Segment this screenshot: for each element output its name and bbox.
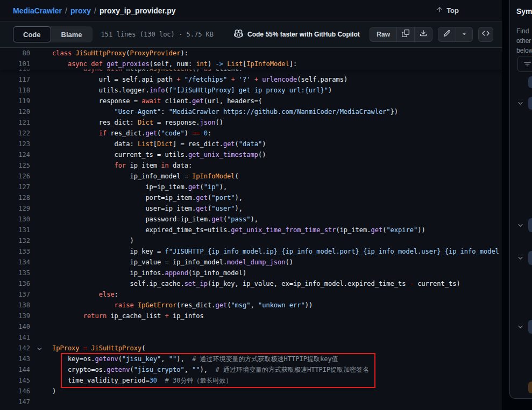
download-button[interactable] bbox=[414, 27, 432, 41]
symbol-pill[interactable] bbox=[528, 320, 532, 334]
code-token bbox=[200, 130, 204, 137]
line-number[interactable]: 133 bbox=[0, 246, 30, 257]
code-token: (url, headers={ bbox=[204, 97, 262, 105]
line-number[interactable]: 140 bbox=[0, 321, 30, 332]
caret-down-icon bbox=[461, 30, 467, 39]
edit-dropdown-button[interactable] bbox=[456, 27, 472, 41]
panel-resize-handle[interactable] bbox=[502, 0, 509, 410]
symbols-filter-input[interactable] bbox=[517, 56, 532, 72]
code-line-124: 124 current_ts = utils.get_unix_timestam… bbox=[0, 149, 502, 160]
breadcrumb-separator: / bbox=[94, 6, 96, 15]
copy-icon bbox=[402, 30, 409, 39]
code-text: crypto=os.getenv("jisu_crypto", ""), # 通… bbox=[52, 364, 369, 375]
line-number[interactable]: 142 bbox=[0, 343, 30, 354]
line-number[interactable]: 130 bbox=[0, 214, 30, 225]
symbol-pill[interactable] bbox=[528, 382, 532, 393]
line-number[interactable]: 126 bbox=[0, 171, 30, 182]
code-token: - bbox=[410, 280, 414, 287]
code-line-142: 142IpProxy = JiSuHttpProxy( bbox=[0, 343, 502, 354]
line-number[interactable]: 128 bbox=[0, 192, 30, 203]
code-token: ( bbox=[235, 172, 239, 180]
code-line-126: 126 ip_info_model = IpInfoModel( bbox=[0, 171, 502, 182]
chevron-down-icon[interactable] bbox=[517, 99, 524, 109]
gutter-space bbox=[30, 343, 52, 354]
code-token: JiSuHttpProxy bbox=[91, 344, 141, 352]
line-number[interactable]: 145 bbox=[0, 375, 30, 386]
copilot-icon bbox=[234, 29, 243, 40]
code-token: ip_info_model = bbox=[52, 172, 192, 180]
line-number[interactable]: 144 bbox=[0, 364, 30, 375]
line-number[interactable]: 131 bbox=[0, 225, 30, 235]
line-number[interactable]: 137 bbox=[0, 289, 30, 300]
edit-group bbox=[438, 27, 473, 42]
code-symbols-icon bbox=[482, 30, 490, 39]
chevron-down-icon[interactable] bbox=[517, 323, 524, 333]
code-token: set_ip bbox=[185, 280, 208, 287]
code-token: Dict bbox=[138, 119, 153, 126]
line-number[interactable]: 118 bbox=[0, 85, 30, 96]
symbol-pill[interactable] bbox=[528, 97, 532, 110]
copilot-banner[interactable]: Code 55% faster with GitHub Copilot bbox=[234, 29, 360, 40]
line-number[interactable]: 80 bbox=[0, 48, 30, 59]
code-token: (self.params) bbox=[297, 76, 347, 83]
back-to-top-button[interactable]: Top bbox=[431, 4, 463, 17]
line-number[interactable]: 136 bbox=[0, 278, 30, 289]
line-number[interactable]: 124 bbox=[0, 149, 30, 160]
code-token: ) bbox=[52, 237, 134, 244]
line-number[interactable]: 101 bbox=[0, 59, 30, 69]
line-number[interactable]: 138 bbox=[0, 300, 30, 311]
line-number[interactable]: 119 bbox=[0, 96, 30, 106]
edit-file-button[interactable] bbox=[438, 27, 456, 41]
line-number[interactable]: 141 bbox=[0, 332, 30, 343]
code-token: info bbox=[150, 87, 165, 94]
code-token bbox=[52, 291, 99, 298]
breadcrumb: MediaCrawler / proxy / proxy_ip_provider… bbox=[0, 0, 502, 21]
line-number[interactable]: 129 bbox=[0, 203, 30, 214]
raw-copy-download-group: Raw bbox=[370, 27, 432, 42]
gutter-space bbox=[30, 149, 52, 160]
code-token: , bbox=[185, 366, 192, 373]
symbol-pill[interactable] bbox=[528, 218, 532, 232]
breadcrumb-repo-link[interactable]: MediaCrawler bbox=[13, 6, 62, 15]
gutter-space bbox=[30, 106, 52, 117]
line-number[interactable]: 121 bbox=[0, 117, 30, 128]
code-token: (res_dict. bbox=[176, 301, 215, 309]
code-token: ) bbox=[208, 60, 215, 68]
line-number[interactable]: 147 bbox=[0, 397, 30, 407]
line-number[interactable]: 135 bbox=[0, 268, 30, 278]
code-text: ip=ip_item.get("ip"), bbox=[52, 182, 227, 192]
code-text: time_validity_period=30 # 30分钟（最长时效） bbox=[52, 375, 232, 386]
code-token bbox=[52, 108, 115, 116]
symbol-pill[interactable] bbox=[528, 251, 532, 265]
code-token: get_unix_time_from_time_str bbox=[231, 226, 336, 234]
line-number[interactable]: 117 bbox=[0, 74, 30, 85]
breadcrumb-folder-link[interactable]: proxy bbox=[70, 6, 91, 15]
chevron-down-icon[interactable] bbox=[517, 221, 524, 231]
code-line-127: 127 ip=ip_item.get("ip"), bbox=[0, 182, 502, 192]
line-number[interactable]: 132 bbox=[0, 235, 30, 246]
line-number[interactable]: 123 bbox=[0, 139, 30, 149]
code-token: "user" bbox=[211, 205, 235, 212]
tab-blame[interactable]: Blame bbox=[51, 26, 93, 42]
raw-button-label: Raw bbox=[375, 31, 392, 38]
raw-button[interactable]: Raw bbox=[370, 27, 396, 41]
line-number[interactable]: 134 bbox=[0, 257, 30, 268]
code-token: List bbox=[227, 60, 243, 68]
line-number[interactable]: 120 bbox=[0, 106, 30, 117]
line-number[interactable]: 125 bbox=[0, 160, 30, 171]
symbol-pill[interactable] bbox=[528, 76, 532, 88]
code-text: password=ip_item.get("pass"), bbox=[52, 214, 258, 225]
code-line-131: 131 expired_time_ts=utils.get_unix_time_… bbox=[0, 225, 502, 235]
code-text: for ip_item in data: bbox=[52, 160, 192, 171]
line-number[interactable]: 143 bbox=[0, 354, 30, 364]
copy-raw-button[interactable] bbox=[396, 27, 414, 41]
code-token: ( bbox=[141, 344, 145, 352]
line-number[interactable]: 122 bbox=[0, 128, 30, 139]
line-number[interactable]: 139 bbox=[0, 311, 30, 321]
tab-code[interactable]: Code bbox=[13, 26, 51, 42]
line-number[interactable]: 127 bbox=[0, 182, 30, 192]
line-number[interactable]: 146 bbox=[0, 386, 30, 397]
chevron-down-icon[interactable] bbox=[517, 254, 524, 264]
symbols-panel-toggle-button[interactable] bbox=[478, 27, 493, 42]
code-token: : bbox=[161, 108, 168, 116]
